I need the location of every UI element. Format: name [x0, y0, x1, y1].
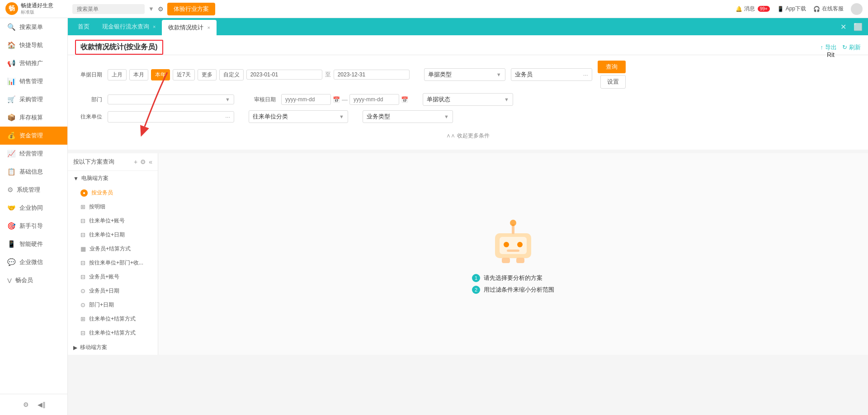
sidebar-item-finance[interactable]: 💰 资金管理: [0, 127, 67, 145]
tab-cashflow-close[interactable]: ×: [153, 24, 156, 29]
sidebar-collapse-btn[interactable]: ◀‖: [35, 398, 48, 411]
date-end-input[interactable]: [334, 70, 410, 80]
sidebar-label-wechat: 企业微信: [19, 258, 43, 266]
nav-dropdown-arrow[interactable]: ▼: [148, 5, 154, 12]
export-btn[interactable]: ↑ 导出: [821, 43, 837, 52]
category-select[interactable]: 单据类型 ▼: [424, 68, 505, 81]
scheme-item-0[interactable]: ● 按业务员: [68, 186, 158, 200]
scheme-group-mobile-arrow: ▶: [73, 344, 77, 351]
sidebar-item-basic[interactable]: 📋 基础信息: [0, 163, 67, 181]
app-download-btn[interactable]: 📱 App下载: [777, 5, 806, 13]
scheme-item-label-6: 业务员+账号: [89, 273, 119, 281]
staff-select[interactable]: 业务员 ···: [511, 68, 592, 81]
user-info[interactable]: Rit: [851, 3, 863, 15]
scheme-item-3[interactable]: ⊟ 往来单位+日期: [68, 228, 158, 242]
sidebar-item-inventory[interactable]: 📦 库存核算: [0, 108, 67, 127]
sidebar-item-system[interactable]: ⚙ 系统管理: [0, 181, 67, 199]
sidebar-item-member[interactable]: V 畅会员: [0, 271, 67, 289]
partner-category-label: 往来单位分类: [253, 113, 288, 121]
date-btn-7days[interactable]: 近7天: [173, 69, 195, 80]
page-title: 收款情况统计(按业务员): [75, 40, 163, 55]
sidebar-settings-btn[interactable]: ⚙: [19, 398, 33, 411]
sidebar-item-search[interactable]: 🔍 搜索菜单: [0, 18, 67, 36]
tab-maximize-btn[interactable]: ⬜: [852, 21, 864, 33]
sidebar-item-sales[interactable]: 📊 销售管理: [0, 72, 67, 90]
top-bar: 畅 畅捷通好生意 标准版 ▼ ⚙ 体验行业方案 🔔 消息 99+ 📱 App下载…: [0, 0, 868, 18]
status-select[interactable]: 单据状态 ▼: [423, 93, 513, 106]
tab-receivable-close[interactable]: ×: [207, 25, 210, 30]
partner-category-select[interactable]: 往来单位分类 ▼: [249, 110, 348, 123]
search-menu-input[interactable]: [72, 4, 145, 14]
date-start-input[interactable]: [246, 70, 322, 80]
scheme-group-desktop[interactable]: ▼ 电脑端方案: [68, 171, 158, 186]
collapse-conditions-btn[interactable]: ∧∧ 收起更多条件: [75, 127, 861, 144]
logo-char: 畅: [9, 5, 15, 13]
sidebar-item-hardware[interactable]: 📱 智能硬件: [0, 235, 67, 253]
svg-rect-8: [516, 258, 524, 263]
trial-button[interactable]: 体验行业方案: [167, 3, 215, 15]
scheme-group-mobile[interactable]: ▶ 移动端方案: [68, 340, 158, 355]
scheme-settings-btn[interactable]: ⚙: [140, 158, 146, 165]
robot-svg: [486, 211, 540, 265]
scheme-item-4[interactable]: ▦ 业务员+结算方式: [68, 242, 158, 256]
sidebar-item-operations[interactable]: 📈 经营管理: [0, 145, 67, 163]
scheme-item-5[interactable]: ⊟ 按往来单位+部门+收...: [68, 256, 158, 270]
partner-more-icon: ···: [225, 113, 230, 120]
biz-type-select[interactable]: 业务类型 ▼: [363, 110, 453, 123]
scheme-item-9[interactable]: ⊞ 往来单位+结算方式: [68, 312, 158, 326]
scheme-item-8[interactable]: ⊙ 部门+日期: [68, 298, 158, 312]
sidebar-item-quicknav[interactable]: 🏠 快捷导航: [0, 36, 67, 54]
sidebar: 🔍 搜索菜单 🏠 快捷导航 📢 营销推广 📊 销售管理 🛒 采购管理 📦 库存核…: [0, 18, 68, 415]
staff-label: 业务员: [515, 71, 533, 79]
biz-type-label: 业务类型: [367, 113, 390, 121]
date-btn-custom[interactable]: 自定义: [219, 69, 244, 80]
scheme-item-7[interactable]: ⊙ 业务员+日期: [68, 284, 158, 298]
date-btn-more[interactable]: 更多: [198, 69, 217, 80]
bell-icon: 🔔: [736, 6, 742, 12]
tab-cashflow[interactable]: 现金银行流水查询 ×: [96, 18, 162, 35]
top-right: 🔔 消息 99+ 📱 App下载 🎧 在线客服 Rit: [736, 3, 863, 15]
svg-rect-4: [507, 250, 519, 252]
scheme-item-2[interactable]: ⊟ 往来单位+账号: [68, 214, 158, 228]
audit-end-calendar-icon[interactable]: 📅: [401, 96, 408, 103]
sidebar-item-guide[interactable]: 🎯 新手引导: [0, 217, 67, 235]
audit-end-input[interactable]: [349, 94, 399, 105]
refresh-icon: ↻: [842, 44, 847, 51]
dept-label: 部门: [75, 96, 102, 104]
online-service-btn[interactable]: 🎧 在线客服: [813, 5, 844, 13]
settings-btn[interactable]: 设置: [600, 75, 626, 89]
audit-start-calendar-icon[interactable]: 📅: [333, 96, 340, 103]
sidebar-item-collab[interactable]: 🤝 企业协同: [0, 199, 67, 217]
sidebar-item-marketing[interactable]: 📢 营销推广: [0, 54, 67, 72]
partner-input[interactable]: ···: [108, 111, 234, 123]
audit-date-range: 📅 — 📅: [281, 94, 408, 105]
sidebar-item-wechat[interactable]: 💬 企业微信: [0, 253, 67, 271]
sidebar-item-purchase[interactable]: 🛒 采购管理: [0, 90, 67, 108]
messages-btn[interactable]: 🔔 消息 99+: [736, 5, 770, 13]
scheme-item-6[interactable]: ⊟ 业务员+账号: [68, 270, 158, 284]
category-label: 单据类型: [428, 71, 452, 79]
tab-receivable[interactable]: 收款情况统计 ×: [162, 20, 216, 35]
tab-close-all-btn[interactable]: ✕: [839, 21, 848, 33]
scheme-add-btn[interactable]: +: [134, 158, 137, 165]
scheme-item-label-7: 业务员+日期: [89, 287, 119, 295]
scheme-panel-title: 按以下方案查询: [73, 158, 114, 166]
date-separator: 至: [325, 71, 331, 79]
scheme-item-label-1: 按明细: [89, 203, 105, 211]
scheme-item-1[interactable]: ⊞ 按明细: [68, 200, 158, 214]
query-area: 1 请先选择要分析的方案 2 用过滤条件来缩小分析范围: [158, 153, 868, 355]
dept-select[interactable]: ▼: [108, 94, 234, 104]
export-label: 导出: [825, 43, 837, 52]
date-btn-this-month[interactable]: 本月: [129, 69, 148, 80]
scheme-item-10[interactable]: ⊟ 往来单位+结算方式: [68, 326, 158, 340]
audit-start-input[interactable]: [281, 94, 331, 105]
tab-home[interactable]: 首页: [71, 18, 96, 35]
refresh-btn[interactable]: ↻ 刷新: [842, 43, 861, 52]
empty-tips: 1 请先选择要分析的方案 2 用过滤条件来缩小分析范围: [472, 274, 554, 297]
scheme-collapse-btn[interactable]: «: [149, 158, 152, 165]
query-btn[interactable]: 查询: [598, 61, 626, 73]
settings-icon[interactable]: ⚙: [158, 5, 164, 13]
scheme-item-label-0: 按业务员: [91, 189, 113, 197]
date-btn-this-year[interactable]: 本年: [151, 69, 170, 80]
date-btn-last-month[interactable]: 上月: [108, 69, 127, 80]
